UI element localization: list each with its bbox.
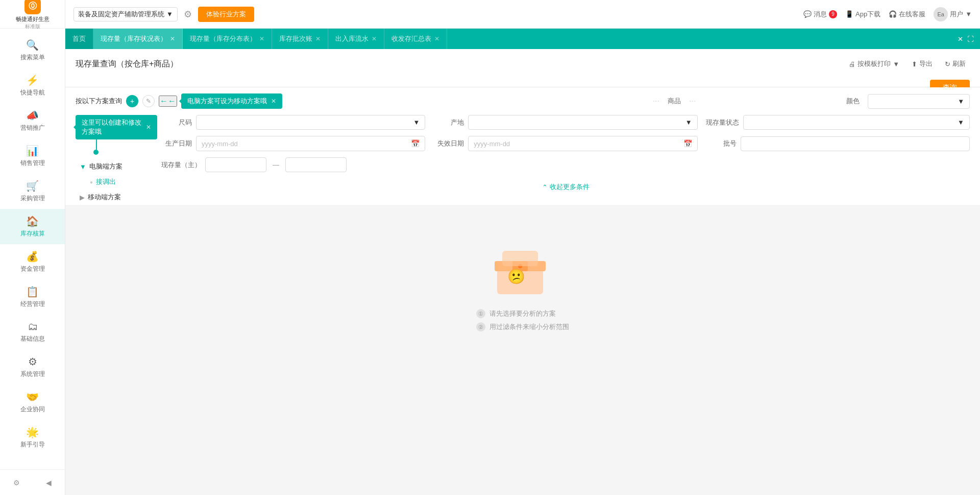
filter-right: 尺码 ▼ 产地 ▼ 现存量状态 ▼	[161, 115, 970, 196]
stock-amount-label: 现存量（主）	[161, 160, 201, 170]
service-icon: 🎧	[889, 10, 897, 18]
goods-inline-dots: ···	[689, 97, 842, 106]
scheme-pc-items: ● 接调出	[76, 174, 157, 190]
guide-icon: 🌟	[26, 426, 39, 438]
user-menu[interactable]: Ea 用户 ▼	[934, 7, 972, 21]
stock-amount-to[interactable]	[285, 157, 347, 172]
color-chevron-icon: ▼	[958, 98, 964, 105]
sidebar-item-finance[interactable]: 💰 资金管理	[0, 244, 65, 279]
sidebar-collapse-btn[interactable]: ◀	[42, 475, 56, 491]
template-print-label: 按模板打印	[857, 59, 891, 68]
sidebar-item-quicknav[interactable]: ⚡ 快捷导航	[0, 68, 65, 103]
sidebar-item-search[interactable]: 🔍 搜索菜单	[0, 33, 65, 68]
sidebar-item-system[interactable]: ⚙ 系统管理	[0, 349, 65, 385]
sidebar-item-sales[interactable]: 📊 销售管理	[0, 138, 65, 174]
empty-svg: 😕	[492, 246, 553, 297]
expire-date-input[interactable]: yyyy-mm-dd 📅	[468, 136, 697, 151]
field-stock-status: 现存量状态 ▼	[706, 115, 970, 130]
origin-select[interactable]: ▼	[468, 115, 697, 130]
tab-inventory-dist-close[interactable]: ✕	[259, 35, 264, 42]
scheme-pc-item-label: 接调出	[96, 177, 116, 186]
filter-back-btn[interactable]: ←←	[159, 96, 177, 107]
tab-home[interactable]: 首页	[65, 29, 93, 49]
tab-collect-summary[interactable]: 收发存汇总表 ✕	[384, 29, 447, 49]
sidebar-nav: 🔍 搜索菜单 ⚡ 快捷导航 📣 营销推广 📊 销售管理 🛒 采购管理 🏠 库存核…	[0, 29, 65, 469]
tab-inventory-status[interactable]: 现存量（库存状况表） ✕	[93, 29, 183, 49]
tab-expand-icon[interactable]: ⛶	[967, 35, 974, 43]
sidebar-item-guide[interactable]: 🌟 新手引导	[0, 420, 65, 455]
sidebar-label-finance: 资金管理	[20, 265, 45, 273]
app-download-btn[interactable]: 📱 App下载	[845, 10, 880, 19]
sidebar-item-inventory[interactable]: 🏠 库存核算	[0, 209, 65, 244]
sidebar-settings-btn[interactable]: ⚙	[9, 475, 24, 491]
form-row-2: 生产日期 yyyy-mm-dd 📅 失效日期 yyyy-mm-dd 📅	[161, 136, 970, 151]
notification-icon: 💬	[803, 10, 812, 18]
tab-inventory-batch[interactable]: 库存批次账 ✕	[272, 29, 328, 49]
tooltip1-container: 电脑方案可设为移动方案哦 ✕	[181, 93, 282, 109]
online-service-btn[interactable]: 🎧 在线客服	[889, 10, 925, 19]
settings-icon[interactable]: ⚙	[184, 9, 192, 20]
selector-chevron-icon: ▼	[166, 10, 173, 18]
notification-btn[interactable]: 💬 消息 9	[803, 10, 837, 19]
tab-stock-flow-label: 出入库流水	[335, 34, 369, 43]
color-label-inline: 颜色	[846, 97, 860, 106]
field-expire-date: 失效日期 yyyy-mm-dd 📅	[433, 136, 697, 151]
print-chevron-icon: ▼	[893, 60, 899, 68]
scheme-mobile-arrow: ▶	[80, 194, 85, 201]
tooltip1-close[interactable]: ✕	[271, 98, 276, 105]
stock-amount-from[interactable]	[205, 157, 266, 172]
tooltip2-close[interactable]: ✕	[146, 124, 151, 131]
export-btn[interactable]: ⬆ 导出	[908, 57, 937, 70]
system-selector[interactable]: 装备及固定资产辅助管理系统 ▼	[74, 7, 178, 21]
user-avatar: Ea	[934, 7, 948, 21]
sidebar-label-system: 系统管理	[20, 370, 45, 379]
collapse-label: 收起更多条件	[550, 182, 590, 192]
sidebar-label-marketing: 营销推广	[20, 124, 45, 132]
tab-collect-summary-close[interactable]: ✕	[434, 35, 439, 42]
filter-add-btn[interactable]: +	[126, 95, 138, 107]
sales-icon: 📊	[26, 145, 39, 157]
tab-stock-flow-close[interactable]: ✕	[372, 35, 377, 42]
scheme-pc[interactable]: ▼ 电脑端方案	[76, 159, 157, 174]
sidebar-item-marketing[interactable]: 📣 营销推广	[0, 103, 65, 138]
tab-inventory-batch-close[interactable]: ✕	[315, 35, 321, 42]
collapse-btn[interactable]: ⌃ 收起更多条件	[161, 178, 970, 196]
filter-edit-btn[interactable]: ✎	[142, 95, 155, 107]
origin-label: 产地	[433, 118, 464, 127]
size-select[interactable]: ▼	[196, 115, 425, 130]
sidebar-label-inventory: 库存核算	[20, 229, 45, 238]
tab-stock-flow[interactable]: 出入库流水 ✕	[328, 29, 384, 49]
corp-icon: 🤝	[26, 391, 39, 403]
batch-no-label: 批号	[706, 139, 737, 148]
produce-date-input[interactable]: yyyy-mm-dd 📅	[196, 136, 425, 151]
tab-inventory-status-close[interactable]: ✕	[170, 35, 175, 42]
tab-inventory-dist[interactable]: 现存量（库存分布表） ✕	[183, 29, 272, 49]
sidebar-item-purchase[interactable]: 🛒 采购管理	[0, 174, 65, 209]
industry-btn[interactable]: 体验行业方案	[198, 7, 254, 22]
refresh-btn[interactable]: ↻ 刷新	[941, 57, 970, 70]
main-content: 现存量查询（按仓库+商品） 🖨 按模板打印 ▼ ⬆ 导出 ↻ 刷新 查询	[65, 49, 980, 495]
step-2-num: ②	[476, 322, 485, 332]
tooltip1-bubble: 电脑方案可设为移动方案哦 ✕	[181, 93, 282, 109]
sidebar-item-basic[interactable]: 🗂 基础信息	[0, 315, 65, 349]
scheme-pc-item-0[interactable]: ● 接调出	[86, 174, 157, 190]
empty-state: 😕 ① 请先选择要分析的方案 ② 用过滤条件来缩小分析范围	[65, 205, 980, 376]
stock-status-select[interactable]: ▼	[743, 115, 970, 130]
sidebar-item-corp[interactable]: 🤝 企业协同	[0, 385, 65, 420]
empty-step-2: ② 用过滤条件来缩小分析范围	[476, 322, 569, 332]
tab-close-all-icon[interactable]: ✕	[958, 35, 963, 43]
color-select[interactable]: ▼	[868, 94, 970, 109]
batch-no-input[interactable]	[741, 136, 970, 151]
sidebar-item-operation[interactable]: 📋 经营管理	[0, 279, 65, 315]
system-title: 装备及固定资产辅助管理系统	[78, 10, 164, 19]
template-print-btn[interactable]: 🖨 按模板打印 ▼	[845, 57, 903, 70]
tab-bar: 首页 现存量（库存状况表） ✕ 现存量（库存分布表） ✕ 库存批次账 ✕ 出入库…	[65, 29, 980, 49]
step-1-text: 请先选择要分析的方案	[489, 309, 556, 318]
produce-date-placeholder: yyyy-mm-dd	[202, 140, 238, 148]
app-icon: 📱	[845, 10, 853, 18]
tooltip2-wrapper: 这里可以创建和修改方案哦 ✕	[76, 115, 157, 155]
scheme-mobile[interactable]: ▶ 移动端方案	[76, 190, 157, 205]
scheme-pc-item-dot: ●	[90, 179, 93, 185]
tab-controls: ✕ ⛶	[951, 29, 980, 49]
app-download-label: App下载	[855, 10, 880, 19]
